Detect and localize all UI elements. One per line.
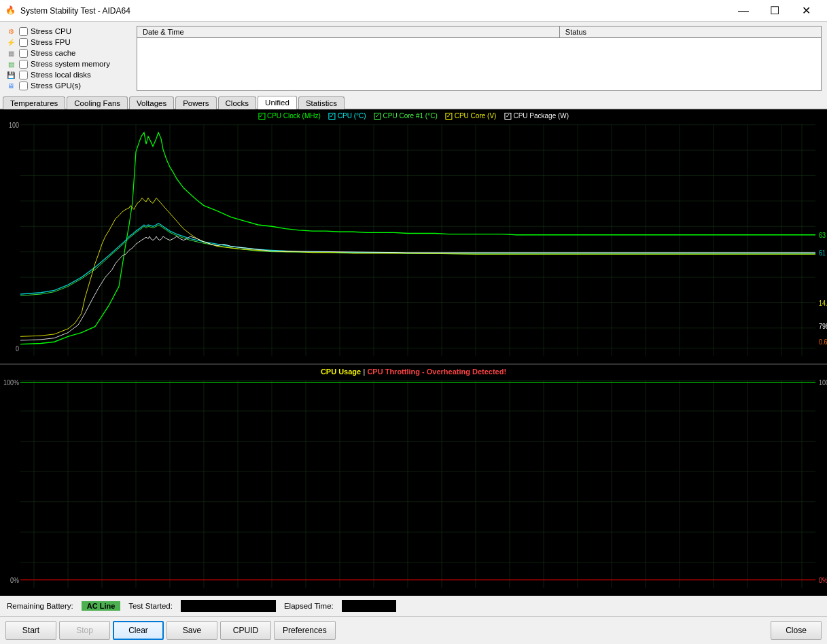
test-started-label: Test Started: xyxy=(128,602,173,610)
stress-fpu-icon: ⚡ xyxy=(5,37,16,48)
svg-text:100%: 100% xyxy=(3,379,19,387)
svg-text:100: 100 xyxy=(9,122,19,130)
svg-text:63: 63 xyxy=(819,232,826,240)
stress-sysmem-icon: ▤ xyxy=(5,58,16,69)
stress-local-checkbox[interactable] xyxy=(19,71,28,79)
app-icon: 🔥 xyxy=(5,5,16,16)
svg-rect-42 xyxy=(0,365,827,596)
stress-local-icon: 💾 xyxy=(5,69,16,80)
stress-cache-icon: ▦ xyxy=(5,48,16,58)
window-controls: — ☐ ✕ xyxy=(728,0,822,22)
elapsed-time-value xyxy=(342,600,396,612)
preferences-button[interactable]: Preferences xyxy=(274,621,336,640)
svg-text:0%: 0% xyxy=(10,577,19,585)
svg-text:14.90: 14.90 xyxy=(819,299,827,307)
stress-cpu-label: Stress CPU xyxy=(31,27,71,35)
stress-fpu-checkbox[interactable] xyxy=(19,38,28,47)
tab-statistics[interactable]: Statistics xyxy=(298,96,345,109)
battery-status-badge: AC Line xyxy=(82,601,121,611)
toolbar-spacer xyxy=(338,621,768,640)
legend-cpu-core1: ✓ CPU Core #1 (°C) xyxy=(374,112,438,120)
tabs-bar: TemperaturesCooling FansVoltagesPowersCl… xyxy=(0,95,827,109)
tab-cooling-fans[interactable]: Cooling Fans xyxy=(67,96,128,109)
cpuid-button[interactable]: CPUID xyxy=(220,621,271,640)
stress-gpu-label: Stress GPU(s) xyxy=(31,82,81,90)
legend-cpu-voltage: ✓ CPU Core (V) xyxy=(446,112,497,120)
stress-fpu-option: ⚡Stress FPU xyxy=(5,37,131,48)
svg-text:0: 0 xyxy=(16,344,19,353)
svg-text:0.685: 0.685 xyxy=(819,338,827,346)
stress-gpu-option: 🖥Stress GPU(s) xyxy=(5,80,131,91)
svg-text:798: 798 xyxy=(819,322,827,330)
stop-button[interactable]: Stop xyxy=(59,621,110,640)
cpu-usage-chart-container: 100% 0% 100% 0% CPU Usage | CPU Throttli… xyxy=(0,365,827,596)
charts-area: 100 0 63 61 14.90 xyxy=(0,109,827,596)
status-bar: Remaining Battery: AC Line Test Started:… xyxy=(0,596,827,616)
legend-cpu-package: ✓ CPU Package (W) xyxy=(504,112,569,120)
date-time-header: Date & Time xyxy=(137,26,559,38)
status-data-table: Date & Time Status xyxy=(137,26,821,38)
tab-temperatures[interactable]: Temperatures xyxy=(3,96,65,109)
close-window-button[interactable]: ✕ xyxy=(790,0,822,22)
stress-gpu-icon: 🖥 xyxy=(5,80,16,91)
start-button[interactable]: Start xyxy=(5,621,56,640)
window-title: System Stability Test - AIDA64 xyxy=(20,6,728,16)
svg-rect-0 xyxy=(0,109,827,363)
svg-text:61: 61 xyxy=(819,249,826,257)
stress-sysmem-label: Stress system memory xyxy=(31,60,110,68)
unified-chart-legend: ✓ CPU Clock (MHz) ✓ CPU (°C) ✓ CPU Core … xyxy=(258,112,569,120)
tab-clocks[interactable]: Clocks xyxy=(218,96,257,109)
legend-cpu-clock: ✓ CPU Clock (MHz) xyxy=(258,112,321,120)
save-button[interactable]: Save xyxy=(166,621,217,640)
top-panel: ⚙Stress CPU⚡Stress FPU▦Stress cache▤Stre… xyxy=(0,22,827,95)
svg-text:100%: 100% xyxy=(819,379,827,387)
stress-cpu-icon: ⚙ xyxy=(5,26,16,37)
unified-chart-panel: 100 0 63 61 14.90 xyxy=(0,109,827,363)
test-started-value xyxy=(181,600,276,612)
cpu-usage-chart-svg: 100% 0% 100% 0% xyxy=(0,365,827,596)
stress-gpu-checkbox[interactable] xyxy=(19,82,28,90)
stress-cache-option: ▦Stress cache xyxy=(5,48,131,58)
main-window: ⚙Stress CPU⚡Stress FPU▦Stress cache▤Stre… xyxy=(0,22,827,644)
stress-cpu-checkbox[interactable] xyxy=(19,27,28,36)
stress-cache-label: Stress cache xyxy=(31,49,75,57)
status-table: Date & Time Status xyxy=(137,26,822,91)
unified-chart-container: 100 0 63 61 14.90 xyxy=(0,109,827,363)
stress-local-option: 💾Stress local disks xyxy=(5,69,131,80)
stress-sysmem-option: ▤Stress system memory xyxy=(5,58,131,69)
minimize-button[interactable]: — xyxy=(728,0,759,22)
stress-options-panel: ⚙Stress CPU⚡Stress FPU▦Stress cache▤Stre… xyxy=(5,26,131,91)
unified-chart-svg: 100 0 63 61 14.90 xyxy=(0,109,827,363)
remaining-battery-label: Remaining Battery: xyxy=(7,602,73,610)
stress-cpu-option: ⚙Stress CPU xyxy=(5,26,131,37)
stress-fpu-label: Stress FPU xyxy=(31,38,71,46)
legend-cpu-temp: ✓ CPU (°C) xyxy=(329,112,366,120)
tab-unified[interactable]: Unified xyxy=(258,96,297,109)
stress-sysmem-checkbox[interactable] xyxy=(19,60,28,69)
stress-cache-checkbox[interactable] xyxy=(19,49,28,58)
tab-voltages[interactable]: Voltages xyxy=(129,96,174,109)
status-header: Status xyxy=(559,26,821,38)
close-button[interactable]: Close xyxy=(771,621,822,640)
title-bar: 🔥 System Stability Test - AIDA64 — ☐ ✕ xyxy=(0,0,827,22)
cpu-usage-chart-panel: 100% 0% 100% 0% CPU Usage | CPU Throttli… xyxy=(0,363,827,596)
elapsed-time-label: Elapsed Time: xyxy=(284,602,334,610)
svg-text:0%: 0% xyxy=(819,577,827,585)
clear-button[interactable]: Clear xyxy=(113,621,164,640)
stress-local-label: Stress local disks xyxy=(31,71,91,79)
bottom-toolbar: Start Stop Clear Save CPUID Preferences … xyxy=(0,616,827,644)
maximize-button[interactable]: ☐ xyxy=(759,0,790,22)
tab-powers[interactable]: Powers xyxy=(175,96,216,109)
